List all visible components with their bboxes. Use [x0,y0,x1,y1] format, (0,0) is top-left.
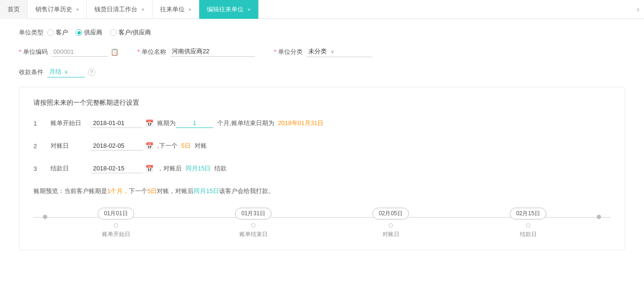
unit-code-star: * [19,48,21,55]
row-1-end-date-highlight: 2018年01月31日 [278,119,324,127]
radio-customer[interactable]: 客户 [47,28,68,37]
row-1-desc-prefix: 账期为 [157,119,176,127]
timeline-badge-3: 02月05日 [373,208,409,219]
row-3-prefix: ，对账后 [157,164,182,173]
radio-supplier-label: 供应商 [84,28,102,37]
preview-suffix: 该客户会给我打款。 [219,187,274,194]
tab-partner-close[interactable]: × [188,7,191,12]
timeline-end-dot [597,215,601,219]
payment-help-icon[interactable]: ? [88,68,95,76]
timeline-label-3: 对账日 [382,230,399,238]
payment-dropdown[interactable]: 月结 ∨ [47,67,85,77]
timeline-dot-4 [526,223,530,228]
tab-edit-partner-close[interactable]: × [247,7,250,12]
radio-supplier-dot [77,31,81,34]
setting-row-1: 1 账单开始日 📅 账期为 个月,账单结束日期为 2018年01月31日 [34,118,610,128]
radio-customer-circle [47,29,54,36]
row-3-highlight: 同月15日 [186,164,211,173]
row-num-1: 1 [34,120,43,127]
timeline-badge-2: 01月31日 [235,208,271,219]
unit-name-input[interactable] [170,47,255,57]
timeline-start-dot [43,215,47,219]
payment-item: 收款条件 月结 ∨ ? [19,67,95,77]
start-date-input[interactable] [91,118,143,128]
unit-classify-label: 单位分类 [278,48,303,56]
tab-cash-work-label: 钱货日清工作台 [94,5,137,14]
tab-home[interactable]: 首页 [0,0,28,19]
row-label-2: 对账日 [51,142,84,150]
row-2-highlight: 5日 [181,142,191,150]
statement-date-calendar-icon[interactable]: 📅 [145,142,153,150]
tab-partner-label: 往来单位 [160,5,185,14]
payment-date-calendar-icon[interactable]: 📅 [145,164,153,173]
preview-text: 账期预览：当前客户账期是1个月，下一个5日对账，对账后同月15日该客户会给我打款… [34,186,610,196]
setting-card: 请按照未来的一个完整帐期进行设置 1 账单开始日 📅 账期为 个月,账单结束日期… [19,87,625,250]
setting-row-2: 2 对账日 📅 ,下一个 5日 对账 [34,141,610,151]
row-label-1: 账单开始日 [51,119,84,127]
row-label-3: 结款日 [51,164,84,173]
timeline-point-2: 01月31日 账单结束日 [185,208,322,238]
tab-more-button[interactable]: › [632,5,644,14]
statement-date-input[interactable] [91,141,143,151]
radio-customer-supplier[interactable]: 客户/供应商 [110,28,151,37]
row-2-suffix: 对账 [195,142,207,150]
timeline-points: 01月01日 账单开始日 01月31日 账单结束日 02月05日 [43,208,601,238]
timeline-dot-3 [389,223,393,228]
timeline: 01月01日 账单开始日 01月31日 账单结束日 02月05日 [34,208,610,238]
preview-h3: 同月15日 [194,187,219,194]
unit-classify-star: * [274,48,276,55]
tab-sales-history-label: 销售订单历史 [35,5,72,14]
payment-row: 收款条件 月结 ∨ ? [19,67,625,77]
tab-partner[interactable]: 往来单位 × [153,0,199,19]
timeline-badge-1: 01月01日 [98,208,134,219]
unit-classify-item: * 单位分类 未分类 ∨ [274,46,373,57]
unit-code-input[interactable] [51,47,108,57]
tab-sales-history[interactable]: 销售订单历史 × [28,0,87,19]
unit-code-calendar-icon[interactable]: 📋 [110,48,119,56]
unit-info-row: * 单位编码 📋 * 单位名称 * 单位分类 未分类 ∨ [19,46,625,57]
radio-customer-label: 客户 [56,28,68,37]
radio-supplier[interactable]: 供应商 [76,28,102,37]
preview-section: 账期预览：当前客户账期是1个月，下一个5日对账，对账后同月15日该客户会给我打款… [34,186,610,238]
unit-code-item: * 单位编码 📋 [19,47,119,57]
radio-supplier-circle [76,29,82,36]
radio-customer-supplier-circle [110,29,117,36]
row-num-3: 3 [34,165,43,172]
start-date-calendar-icon[interactable]: 📅 [145,119,153,127]
unit-type-row: 单位类型 客户 供应商 客户/供应商 [19,28,625,37]
timeline-label-2: 账单结束日 [239,230,268,238]
period-num-input[interactable] [176,118,213,128]
row-num-2: 2 [34,143,43,150]
unit-type-label: 单位类型 [19,28,43,37]
timeline-badge-4: 02月15日 [510,208,546,219]
unit-name-star: * [137,48,140,55]
preview-h1: 1个月， [107,187,129,194]
payment-label: 收款条件 [19,68,43,76]
timeline-label-4: 结款日 [520,230,537,238]
setting-row-3: 3 结款日 📅 ，对账后 同月15日 结款 [34,164,610,173]
timeline-point-4: 02月15日 结款日 [459,208,597,238]
unit-name-label: 单位名称 [142,48,166,56]
tab-edit-partner-label: 编辑往来单位 [207,5,244,14]
timeline-label-1: 账单开始日 [102,230,130,238]
tab-cash-work-close[interactable]: × [141,7,144,12]
unit-name-item: * 单位名称 [137,47,255,57]
unit-classify-dropdown[interactable]: 未分类 ∨ [306,46,373,57]
payment-value: 月结 [49,68,61,76]
tab-edit-partner[interactable]: 编辑往来单位 × [199,0,258,19]
timeline-point-3: 02月05日 对账日 [322,208,459,238]
preview-mid1: 下一个 [129,187,147,194]
timeline-start [43,215,47,219]
main-content: 单位类型 客户 供应商 客户/供应商 [0,19,644,287]
timeline-point-1: 01月01日 账单开始日 [47,208,185,238]
row-1-desc-suffix: 个月,账单结束日期为 [217,119,274,127]
tab-home-label: 首页 [8,5,20,14]
unit-classify-arrow-icon: ∨ [330,49,334,55]
tab-sales-history-close[interactable]: × [76,7,79,12]
card-title: 请按照未来的一个完整帐期进行设置 [34,99,610,107]
row-3-suffix: 结款 [214,164,227,173]
payment-date-input[interactable] [91,164,143,173]
unit-classify-value: 未分类 [308,47,327,56]
tab-cash-work[interactable]: 钱货日清工作台 × [87,0,152,19]
timeline-end [597,215,601,219]
